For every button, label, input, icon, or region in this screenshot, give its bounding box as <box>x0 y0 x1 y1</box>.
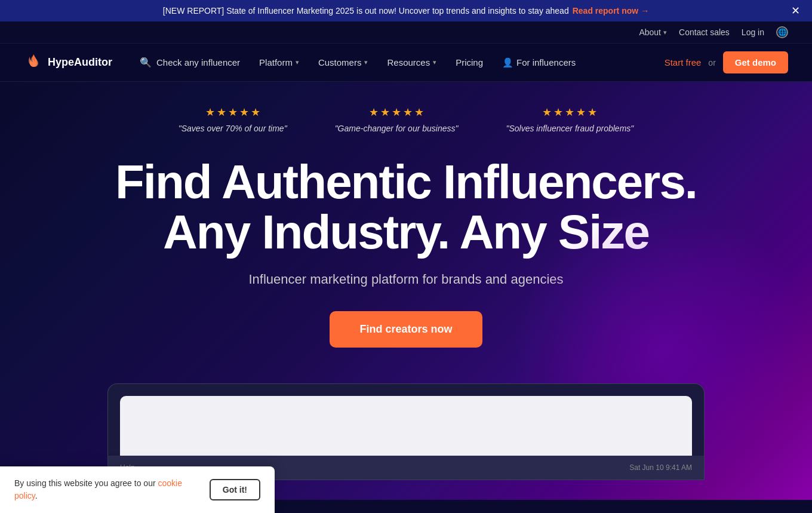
star-icon: ★ <box>205 106 215 119</box>
customers-label: Customers <box>318 57 362 67</box>
stars-1: ★ ★ ★ ★ ★ <box>179 106 287 119</box>
resources-label: Resources <box>387 57 430 67</box>
hero-heading: Find Authentic Influencers. Any Industry… <box>115 157 697 257</box>
about-dropdown[interactable]: About ▾ <box>639 27 667 37</box>
check-influencer-nav-item[interactable]: 🔍 Check any influencer <box>130 44 250 82</box>
main-nav: HypeAuditor 🔍 Check any influencer Platf… <box>0 44 812 82</box>
star-icon: ★ <box>380 106 390 119</box>
person-icon: 👤 <box>502 57 513 68</box>
star-icon: ★ <box>228 106 238 119</box>
star-icon: ★ <box>217 106 226 119</box>
platform-chevron-icon: ▾ <box>296 59 299 66</box>
resources-nav-item[interactable]: Resources ▾ <box>377 44 446 82</box>
star-icon: ★ <box>565 106 574 119</box>
search-icon: 🔍 <box>140 57 152 68</box>
star-icon: ★ <box>239 106 249 119</box>
testimonial-3: ★ ★ ★ ★ ★ "Solves influencer fraud probl… <box>506 106 633 133</box>
pricing-nav-item[interactable]: Pricing <box>446 44 493 82</box>
hero-heading-line2: Any Industry. Any Size <box>163 205 649 259</box>
find-creators-button[interactable]: Find creators now <box>330 311 482 348</box>
dashboard-preview: Help Sat Jun 10 9:41 AM <box>107 383 705 480</box>
customers-chevron-icon: ▾ <box>364 59 368 66</box>
cookie-text: By using this website you agree to our c… <box>14 477 200 502</box>
stars-3: ★ ★ ★ ★ ★ <box>506 106 633 119</box>
about-label: About <box>639 27 661 37</box>
cookie-message: By using this website you agree to our <box>14 478 156 488</box>
about-chevron-icon: ▾ <box>663 29 667 36</box>
testimonials-row: ★ ★ ★ ★ ★ "Saves over 70% of our time" ★… <box>137 106 675 133</box>
resources-chevron-icon: ▾ <box>433 59 436 66</box>
cookie-banner: By using this website you agree to our c… <box>0 466 275 513</box>
testimonial-2: ★ ★ ★ ★ ★ "Game-changer for our business… <box>335 106 459 133</box>
logo[interactable]: HypeAuditor <box>24 53 112 72</box>
hero-section: ★ ★ ★ ★ ★ "Saves over 70% of our time" ★… <box>0 82 812 500</box>
top-nav: About ▾ Contact sales Log in 🌐 <box>0 21 812 44</box>
star-icon: ★ <box>576 106 586 119</box>
logo-flame-icon <box>24 53 43 72</box>
star-icon: ★ <box>553 106 563 119</box>
for-influencers-label: For influencers <box>516 57 576 67</box>
start-free-link[interactable]: Start free <box>665 57 702 67</box>
or-separator: or <box>708 58 715 67</box>
hero-subheading: Influencer marketing platform for brands… <box>248 272 563 287</box>
hero-heading-line1: Find Authentic Influencers. <box>115 155 697 208</box>
get-demo-button[interactable]: Get demo <box>723 51 788 73</box>
got-it-button[interactable]: Got it! <box>210 479 260 500</box>
check-influencer-label: Check any influencer <box>156 57 240 67</box>
language-selector-icon[interactable]: 🌐 <box>776 26 788 38</box>
contact-sales-link[interactable]: Contact sales <box>679 27 730 37</box>
star-icon: ★ <box>392 106 401 119</box>
testimonial-2-text: "Game-changer for our business" <box>335 124 459 133</box>
date-time-label: Sat Jun 10 9:41 AM <box>629 463 692 472</box>
nav-links: 🔍 Check any influencer Platform ▾ Custom… <box>130 44 665 82</box>
star-icon: ★ <box>588 106 597 119</box>
stars-2: ★ ★ ★ ★ ★ <box>335 106 459 119</box>
testimonial-1: ★ ★ ★ ★ ★ "Saves over 70% of our time" <box>179 106 287 133</box>
platform-nav-item[interactable]: Platform ▾ <box>250 44 309 82</box>
for-influencers-nav-item[interactable]: 👤 For influencers <box>493 44 585 82</box>
star-icon: ★ <box>414 106 424 119</box>
customers-nav-item[interactable]: Customers ▾ <box>309 44 378 82</box>
announcement-close-button[interactable]: ✕ <box>791 5 800 16</box>
nav-actions: Start free or Get demo <box>665 51 788 73</box>
star-icon: ★ <box>369 106 379 119</box>
announcement-text: [NEW REPORT] State of Influencer Marketi… <box>163 6 569 16</box>
star-icon: ★ <box>542 106 552 119</box>
testimonial-3-text: "Solves influencer fraud problems" <box>506 124 633 133</box>
announcement-bar: [NEW REPORT] State of Influencer Marketi… <box>0 0 812 21</box>
read-report-link[interactable]: Read report now → <box>573 6 649 16</box>
platform-label: Platform <box>259 57 293 67</box>
star-icon: ★ <box>251 106 260 119</box>
star-icon: ★ <box>403 106 413 119</box>
login-link[interactable]: Log in <box>742 27 764 37</box>
pricing-label: Pricing <box>456 57 483 67</box>
logo-text: HypeAuditor <box>48 56 112 69</box>
testimonial-1-text: "Saves over 70% of our time" <box>179 124 287 133</box>
